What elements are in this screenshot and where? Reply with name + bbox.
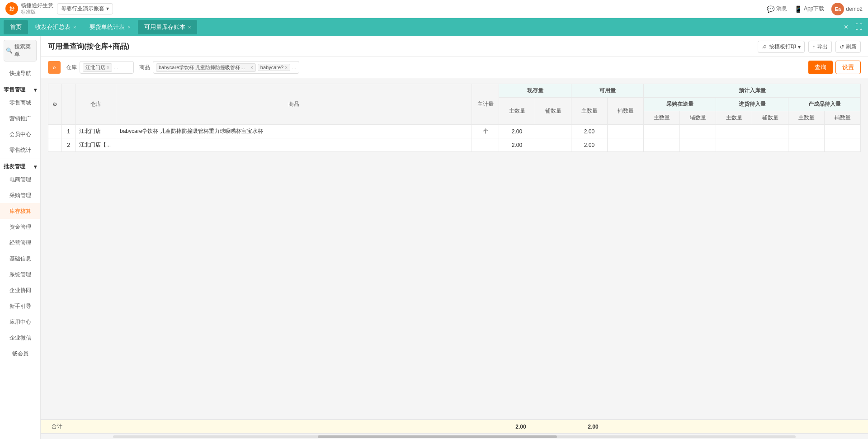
footer-available-main: 2.00 [575, 424, 611, 430]
settings-button[interactable]: 设置 [835, 61, 861, 74]
refresh-icon [840, 44, 844, 50]
sidebar-item-enterprise-wechat[interactable]: 企业微信 [0, 330, 40, 345]
industry-selector[interactable]: 母婴行业演示账套 [57, 3, 113, 14]
tab-receivable[interactable]: 收发存汇总表 [29, 20, 82, 34]
product-tag2-label: babycare? [260, 65, 283, 70]
avatar-initials: Ea [835, 6, 841, 12]
data-table: 仓库 商品 主计量 现存量 可用量 预计入库量 主数量 辅数量 主数量 辅数量 … [48, 84, 861, 152]
page-title-row: 可用量查询(按仓库+商品) 按模板打印 导出 刷新 [48, 41, 861, 53]
window-close-icon[interactable] [842, 21, 850, 33]
top-bar: 好 畅捷通好生意 标准版 母婴行业演示账套 消息 App下载 Ea demo2 [0, 0, 868, 18]
sidebar-item-app-center[interactable]: 应用中心 [0, 314, 40, 330]
cell-settings-0 [48, 125, 62, 138]
tab-receivable-close[interactable] [73, 24, 76, 30]
filter-expand-button[interactable]: » [48, 61, 61, 74]
product-tag-close-icon[interactable] [250, 65, 253, 70]
scrollbar-thumb[interactable] [318, 435, 557, 438]
th-current-main: 主数量 [499, 98, 535, 125]
app-download-button[interactable]: App下载 [794, 5, 824, 13]
user-profile[interactable]: Ea demo2 [831, 3, 863, 15]
sidebar-app-center-label: 应用中心 [3, 318, 38, 326]
sidebar-item-system[interactable]: 系统管理 [0, 266, 40, 282]
warehouse-tag-jiangbei: 江北门店 [83, 63, 112, 72]
table-settings-icon[interactable] [52, 101, 57, 108]
message-button[interactable]: 消息 [767, 5, 787, 13]
sidebar-item-inventory[interactable]: 库存核算 [0, 203, 40, 219]
sidebar-item-basic-info[interactable]: 基础信息 [0, 250, 40, 266]
product-tag-babycare: babycare学饮杯 儿童防摔防撞吸管杯重力球吸嘴杯宝宝水杯 [156, 63, 256, 72]
export-icon [812, 44, 815, 50]
sidebar-finance-label: 资金管理 [3, 223, 38, 231]
cell-production-main-1 [788, 138, 825, 152]
refresh-button[interactable]: 刷新 [835, 41, 861, 53]
window-maximize-icon[interactable]: ⛶ [854, 21, 864, 33]
tab-home-label: 首页 [10, 23, 22, 31]
th-settings[interactable] [48, 84, 62, 125]
main-layout: 搜索菜单 快捷导航 零售管理 零售商城 营销推广 会员中心 零售统计 批发管理 … [0, 36, 868, 439]
sidebar-item-retail-mall[interactable]: 零售商城 [0, 94, 40, 110]
tab-order-stats-close[interactable] [127, 24, 130, 30]
warehouse-tag-close-icon[interactable] [107, 65, 109, 70]
cell-incoming-aux-0 [752, 125, 788, 138]
tab-available-stock-close[interactable] [188, 24, 191, 30]
cell-available-main-0: 2.00 [571, 125, 608, 138]
tab-available-stock[interactable]: 可用量库存账本 [138, 20, 197, 34]
scrollbar-track[interactable] [113, 435, 796, 438]
sidebar-item-shortcut[interactable]: 快捷导航 [0, 65, 40, 81]
message-label: 消息 [776, 5, 787, 13]
sidebar-enterprise-wechat-label: 企业微信 [3, 334, 38, 342]
logo-icon: 好 [5, 2, 18, 15]
cell-available-aux-1 [608, 138, 644, 152]
sidebar-item-vip[interactable]: 畅会员 [0, 345, 40, 361]
cell-current-main-0: 2.00 [499, 125, 535, 138]
sidebar-newbie-label: 新手引导 [3, 302, 38, 310]
cell-settings-1 [48, 138, 62, 152]
logo-text-block: 畅捷通好生意 标准版 [21, 2, 53, 15]
th-no [62, 84, 75, 125]
content-area: 可用量查询(按仓库+商品) 按模板打印 导出 刷新 [41, 36, 868, 439]
product-filter-tags[interactable]: babycare学饮杯 儿童防摔防撞吸管杯重力球吸嘴杯宝宝水杯 babycare… [153, 61, 299, 74]
th-forecast: 预计入库量 [644, 84, 861, 98]
sidebar-marketing-label: 营销推广 [3, 115, 38, 123]
search-menu-button[interactable]: 搜索菜单 [4, 40, 37, 61]
th-incoming-main: 主数量 [716, 111, 752, 125]
cell-unit-1 [472, 138, 499, 152]
sidebar-item-retail-stats[interactable]: 零售统计 [0, 142, 40, 158]
sidebar-item-member[interactable]: 会员中心 [0, 126, 40, 142]
tab-order-stats[interactable]: 要货单统计表 [83, 20, 137, 34]
print-icon [762, 44, 767, 50]
sidebar-item-purchase[interactable]: 采购管理 [0, 187, 40, 203]
industry-label: 母婴行业演示账套 [61, 5, 104, 13]
sidebar-item-operations[interactable]: 经营管理 [0, 235, 40, 250]
tab-available-stock-label: 可用量库存账本 [144, 23, 185, 31]
cell-current-main-1: 2.00 [499, 138, 535, 152]
query-button[interactable]: 查询 [808, 61, 833, 74]
print-template-button[interactable]: 按模板打印 [758, 41, 805, 53]
sidebar-enterprise-label: 企业协同 [3, 287, 38, 294]
th-production: 产成品待入量 [788, 98, 861, 111]
cell-product-0: babycare学饮杯 儿童防摔防撞吸管杯重力球吸嘴杯宝宝水杯 [116, 125, 472, 138]
warehouse-more-indicator[interactable]: ... [114, 65, 118, 70]
sidebar-section-batch[interactable]: 批发管理 [0, 160, 40, 171]
product-more-indicator[interactable]: ... [292, 65, 296, 70]
filter-bar: » 仓库 江北门店 ... 商品 babycare学饮杯 儿童防摔防撞吸管杯重力… [41, 57, 868, 78]
table-footer: 合计 2.00 2.00 [41, 419, 868, 434]
th-available-aux: 辅数量 [608, 98, 644, 125]
print-dropdown-icon [798, 44, 801, 50]
bottom-scrollbar[interactable] [41, 434, 868, 439]
export-button[interactable]: 导出 [808, 41, 832, 53]
product-tag2-close-icon[interactable] [285, 65, 288, 70]
sidebar-section-retail[interactable]: 零售管理 [0, 83, 40, 94]
warehouse-filter-tags[interactable]: 江北门店 ... [80, 61, 134, 74]
sidebar-item-ecommerce[interactable]: 电商管理 [0, 171, 40, 187]
sidebar-item-marketing[interactable]: 营销推广 [0, 110, 40, 126]
sidebar-member-label: 会员中心 [3, 131, 38, 138]
sidebar-item-enterprise[interactable]: 企业协同 [0, 282, 40, 298]
sidebar-batch-expand-icon [34, 164, 37, 170]
cell-no-1: 2 [62, 138, 75, 152]
tab-home[interactable]: 首页 [4, 20, 28, 34]
sidebar-item-newbie[interactable]: 新手引导 [0, 298, 40, 314]
logo-area: 好 畅捷通好生意 标准版 [5, 2, 53, 15]
app-subtext: 标准版 [21, 9, 53, 15]
sidebar-item-finance[interactable]: 资金管理 [0, 219, 40, 235]
